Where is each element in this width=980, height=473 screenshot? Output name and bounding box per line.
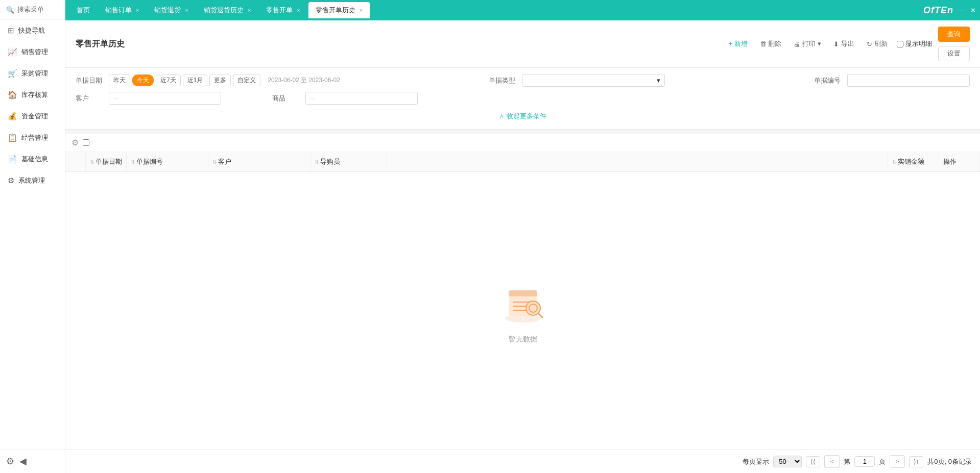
table-settings-icon[interactable]: ⚙ xyxy=(71,138,79,147)
sidebar-item-label: 经营管理 xyxy=(21,133,48,142)
goods-ellipsis: ··· xyxy=(310,94,316,102)
operations-icon: 📋 xyxy=(8,133,17,142)
minimize-btn[interactable]: — xyxy=(959,7,965,14)
th-actions-label: 操作 xyxy=(943,157,957,166)
th-date[interactable]: ⇅ 单据日期 xyxy=(86,152,127,171)
per-page-select[interactable]: 50 10 20 100 xyxy=(773,456,802,467)
next-page-btn[interactable]: ＞ xyxy=(890,455,905,468)
doc-type-select[interactable]: ▾ xyxy=(522,74,665,87)
th-customer-label: 客户 xyxy=(218,157,231,166)
query-button[interactable]: 查询 xyxy=(938,27,970,42)
purchase-mgmt-icon: 🛒 xyxy=(8,69,17,78)
tab-retail-open-label: 零售开单 xyxy=(266,6,293,15)
tab-home[interactable]: 首页 xyxy=(69,2,97,18)
date-btn-7days[interactable]: 近7天 xyxy=(156,74,181,86)
doc-no-input[interactable] xyxy=(847,74,970,87)
sidebar-item-quick-nav[interactable]: ⊞ 快捷导航 xyxy=(0,20,65,41)
date-btn-more[interactable]: 更多 xyxy=(209,74,231,86)
basic-info-icon: 📄 xyxy=(8,155,17,164)
customer-input[interactable]: ··· xyxy=(109,92,221,105)
tab-sales-return-history-label: 销货退货历史 xyxy=(204,6,244,15)
date-btn-yesterday[interactable]: 昨天 xyxy=(109,74,130,86)
last-page-btn[interactable]: ⟩⟩ xyxy=(909,456,923,467)
sidebar-item-operations[interactable]: 📋 经营管理 xyxy=(0,127,65,148)
table-header: ⇅ 单据日期 ⇅ 单据编号 ⇅ 客户 ⇅ 导购员 ⇅ 实销 xyxy=(65,152,980,172)
display-detail-toggle[interactable]: 显示明细 xyxy=(897,39,932,48)
display-detail-checkbox[interactable] xyxy=(897,41,903,47)
print-button[interactable]: 🖨 🖨 打印 打印 ▾ xyxy=(791,37,824,51)
doc-no-label: 单据编号 xyxy=(814,76,842,85)
close-sales-return-icon[interactable]: × xyxy=(185,7,188,13)
empty-text: 暂无数据 xyxy=(509,335,537,344)
collapse-sidebar-btn[interactable]: ◀ xyxy=(19,456,27,467)
display-detail-label: 显示明细 xyxy=(905,39,932,48)
date-range-display: 2023-06-02 至 2023-06-02 xyxy=(268,76,340,85)
export-button[interactable]: ⬇ 导出 xyxy=(830,37,857,51)
quick-nav-icon: ⊞ xyxy=(8,26,14,35)
close-retail-open-icon[interactable]: × xyxy=(297,7,300,13)
th-no-label: 单据编号 xyxy=(136,157,163,166)
date-btn-custom[interactable]: 自定义 xyxy=(233,74,260,86)
sidebar-item-sales-mgmt[interactable]: 📈 销售管理 xyxy=(0,41,65,63)
setting-button[interactable]: 设置 xyxy=(938,46,970,61)
tab-retail-open[interactable]: 零售开单 × xyxy=(259,2,307,18)
sidebar-search[interactable]: 🔍 搜索采单 xyxy=(0,0,65,20)
tab-retail-open-history[interactable]: 零售开单历史 × xyxy=(308,2,370,18)
close-sales-order-icon[interactable]: × xyxy=(136,7,139,13)
page-label: 页 xyxy=(879,457,886,466)
th-customer[interactable]: ⇅ 客户 xyxy=(208,152,310,171)
filter-row-date: 单据日期 昨天 今天 近7天 近1月 更多 自定义 2023-06-02 至 2… xyxy=(76,74,970,87)
header-actions: + 新增 🗑 删除 🖨 🖨 打印 打印 ▾ ⬇ 导出 ↻ 刷新 xyxy=(726,27,970,61)
pagination: 每页显示 50 10 20 100 ⟨⟨ ＜ 第 页 ＞ ⟩⟩ 共0页, 0条记… xyxy=(65,450,980,473)
refresh-button[interactable]: ↻ 刷新 xyxy=(864,37,891,51)
per-page-label: 每页显示 xyxy=(743,457,769,466)
tab-sales-return-history[interactable]: 销货退货历史 × xyxy=(197,2,258,18)
tab-bar-right: OfTEn — ✕ xyxy=(923,5,976,16)
doc-type-label: 单据类型 xyxy=(489,76,517,85)
th-amount[interactable]: ⇅ 实销金额 xyxy=(888,152,939,171)
date-btn-1month[interactable]: 近1月 xyxy=(183,74,208,86)
close-btn[interactable]: ✕ xyxy=(970,7,976,14)
refresh-icon: ↻ xyxy=(867,40,872,48)
sales-mgmt-icon: 📈 xyxy=(8,47,17,57)
table-area: ⚙ ⇅ 单据日期 ⇅ 单据编号 ⇅ 客户 ⇅ 导购 xyxy=(65,134,980,473)
main-content: 首页 销售订单 × 销货退货 × 销货退货历史 × 零售开单 × 零售开单历史 … xyxy=(65,0,980,473)
sidebar-item-purchase-mgmt[interactable]: 🛒 采购管理 xyxy=(0,63,65,84)
sidebar-item-system[interactable]: ⚙ 系统管理 xyxy=(0,170,65,191)
first-page-btn[interactable]: ⟨⟨ xyxy=(806,456,820,467)
delete-button[interactable]: 🗑 删除 xyxy=(757,37,785,51)
sidebar-item-label: 系统管理 xyxy=(18,176,45,185)
sidebar-bottom: ⚙ ◀ xyxy=(0,449,65,473)
table-body: 暂无数据 xyxy=(65,172,980,450)
th-no[interactable]: ⇅ 单据编号 xyxy=(127,152,208,171)
close-retail-open-history-icon[interactable]: × xyxy=(360,7,363,13)
query-setting-group: 查询 设置 xyxy=(938,27,970,61)
collapse-filter-btn[interactable]: ∧ 收起更多条件 xyxy=(76,110,970,123)
page-header: 零售开单历史 + 新增 🗑 删除 🖨 🖨 打印 打印 ▾ ⬇ 导出 ↻ 刷新 xyxy=(65,20,980,68)
date-btn-today[interactable]: 今天 xyxy=(132,74,154,86)
goods-input[interactable]: ··· xyxy=(305,92,418,105)
tab-sales-return[interactable]: 销货退货 × xyxy=(147,2,195,18)
table-toolbar: ⚙ xyxy=(65,134,980,152)
tab-bar: 首页 销售订单 × 销货退货 × 销货退货历史 × 零售开单 × 零售开单历史 … xyxy=(65,0,980,20)
date-btn-group: 昨天 今天 近7天 近1月 更多 自定义 xyxy=(109,74,260,86)
add-button[interactable]: + 新增 xyxy=(726,37,751,51)
sidebar-item-basic-info[interactable]: 📄 基础信息 xyxy=(0,148,65,170)
prev-page-btn[interactable]: ＜ xyxy=(824,455,840,468)
system-icon: ⚙ xyxy=(8,176,14,185)
sort-customer-icon: ⇅ xyxy=(212,159,217,165)
th-spacer xyxy=(387,152,888,171)
tab-sales-order[interactable]: 销售订单 × xyxy=(98,2,146,18)
sidebar-item-label: 采购管理 xyxy=(21,69,48,78)
page-number-input[interactable] xyxy=(854,456,875,467)
settings-btn[interactable]: ⚙ xyxy=(6,456,14,467)
close-sales-return-history-icon[interactable]: × xyxy=(248,7,251,13)
sidebar-item-finance[interactable]: 💰 资金管理 xyxy=(0,106,65,127)
sidebar-item-inventory[interactable]: 🏠 库存核算 xyxy=(0,84,65,106)
sort-no-icon: ⇅ xyxy=(131,159,135,165)
th-guide[interactable]: ⇅ 导购员 xyxy=(310,152,387,171)
filter-area: 单据日期 昨天 今天 近7天 近1月 更多 自定义 2023-06-02 至 2… xyxy=(65,68,980,130)
sort-amount-icon: ⇅ xyxy=(892,159,896,165)
sidebar-item-label: 销售管理 xyxy=(21,47,48,57)
select-all-checkbox[interactable] xyxy=(83,139,89,146)
